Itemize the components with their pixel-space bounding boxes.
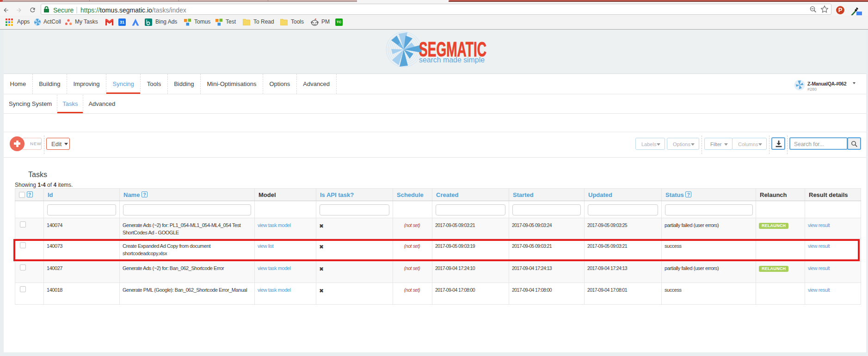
- svg-text:search made simple: search made simple: [419, 55, 485, 64]
